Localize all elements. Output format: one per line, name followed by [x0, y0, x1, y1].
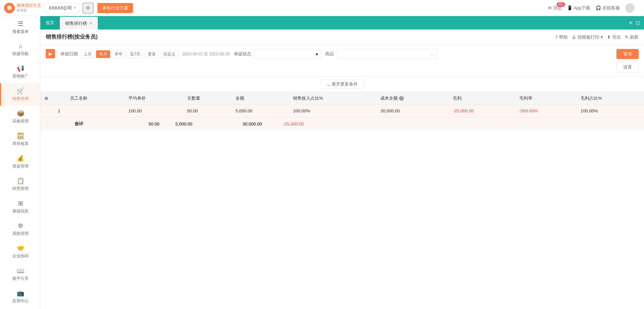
footer-cost: 30,000.00	[243, 121, 283, 126]
sidebar-label-appstore: 应用中心	[12, 298, 29, 304]
window-close-icon[interactable]: ✕	[629, 20, 633, 26]
date-btn-current-year[interactable]: 本年	[112, 50, 126, 58]
sidebar-item-ops[interactable]: 📋 经营管理	[0, 173, 40, 196]
window-expand-icon[interactable]: ⊡	[636, 20, 640, 26]
app-download-button[interactable]: 📱 App下载	[567, 5, 590, 11]
tab-bar: 首页 销售排行榜 ✕ ✕ ⊡	[40, 16, 644, 30]
page-title: 销售排行榜(按业务员)	[46, 34, 98, 41]
home-icon: ⌂	[19, 43, 23, 50]
refresh-label: 刷新	[630, 34, 639, 40]
marketing-icon: 📢	[17, 65, 24, 72]
tab-sales-rank[interactable]: 销售排行榜 ✕	[60, 17, 98, 30]
row-qty-cell: 50.00	[183, 105, 231, 117]
sidebar-label-search: 搜索菜单	[12, 29, 29, 35]
date-btn-more[interactable]: 更多	[145, 50, 159, 58]
table-row: 1 100.00 50.00 5,000.00 100.00% 30,000.0…	[40, 105, 644, 117]
sidebar-item-base[interactable]: ⊞ 基础信息	[0, 196, 40, 218]
sidebar-label-corp: 企业协同	[12, 253, 29, 259]
sidebar-item-sales[interactable]: 🛒 销售管理	[0, 83, 40, 106]
sidebar-item-finance[interactable]: 💰 资金管理	[0, 151, 40, 173]
date-filter-label: 单据日期	[60, 51, 78, 57]
sidebar-item-purchase[interactable]: 📦 采购管理	[0, 106, 40, 128]
col-cost: 成本全额?	[376, 92, 449, 105]
export-button[interactable]: ⬆ 导出	[607, 34, 621, 40]
footer-qty: 50.00	[148, 121, 175, 126]
tab-home-label: 首页	[46, 20, 54, 26]
refresh-icon: ↻	[625, 35, 629, 40]
footer-profit: -25,000.00	[283, 121, 323, 126]
col-settings[interactable]: ⚙	[40, 92, 52, 105]
tab-close-icon[interactable]: ✕	[89, 21, 92, 26]
row-sales-pct-cell: 100.00%	[289, 105, 376, 117]
sidebar-item-appstore[interactable]: 📺 应用中心	[0, 286, 40, 308]
appstore-icon: 📺	[17, 290, 24, 297]
message-button[interactable]: ✉ 消息 99+	[548, 5, 562, 11]
top-bar: 畅 畅康通好生意 标准版 XXXXX公司 ▾ ⚙ 体验行业方案 ✉ 消息 99+…	[0, 0, 644, 16]
row-rank-cell: 1	[52, 105, 66, 117]
status-filter-label: 单据状态	[234, 51, 251, 57]
avatar[interactable]	[625, 3, 635, 13]
date-btn-last-month[interactable]: 上月	[81, 50, 95, 58]
sidebar-item-search[interactable]: ☰ 搜索菜单	[0, 16, 40, 39]
settings-row-button[interactable]: 设置	[616, 62, 639, 72]
col-profit-pct: 毛利占比%	[576, 92, 644, 105]
tab-home[interactable]: 首页	[40, 16, 60, 30]
sidebar-item-marketing[interactable]: 📢 营销推广	[0, 61, 40, 83]
row-avg-price-cell: 100.00	[124, 105, 183, 117]
status-chevron-icon: ▾	[316, 52, 318, 57]
inventory-icon: 🧮	[17, 132, 24, 140]
footer-total-label: 合计	[75, 121, 83, 126]
sidebar-item-system[interactable]: ⚙ 系统管理	[0, 218, 40, 241]
company-chevron-icon: ▾	[74, 6, 76, 10]
goods-more-icon: ···	[431, 52, 434, 57]
expand-label: 展开更多条件	[332, 81, 358, 87]
sidebar-label-marketing: 营销推广	[12, 73, 29, 79]
sidebar-item-guide[interactable]: 📖 新手引导	[0, 263, 40, 286]
status-select[interactable]: ▾	[254, 49, 321, 59]
sidebar-label-finance: 资金管理	[12, 163, 29, 169]
table-header-row: ⚙ 员工名称 平均单价 主数量 全额 销售收入占比% 成本全额? 毛利 毛利率	[40, 92, 644, 105]
date-btn-group: 上月 本月 本年 近7天 更多 自定义	[81, 50, 178, 58]
sidebar-label-sales: 销售管理	[12, 96, 29, 102]
col-profit: 毛利	[449, 92, 515, 105]
footer-profit-value: -25,000.00	[283, 121, 304, 126]
col-qty: 主数量	[183, 92, 231, 105]
guide-icon: 📖	[17, 267, 24, 274]
footer-amount: 5,000.00	[175, 121, 209, 126]
page-header: 销售排行榜(按业务员) ? 帮助 🖨 按模板打印 ▾ ⬆	[40, 30, 644, 45]
query-button[interactable]: 查询	[616, 49, 639, 59]
filter-expand-arrow[interactable]: ▶	[46, 49, 55, 58]
sidebar-item-corp[interactable]: 🤝 企业协同	[0, 241, 40, 263]
page-actions: ? 帮助 🖨 按模板打印 ▾ ⬆ 导出 ↻	[555, 34, 639, 40]
refresh-button[interactable]: ↻ 刷新	[625, 34, 639, 40]
print-button[interactable]: 🖨 按模板打印 ▾	[572, 34, 603, 40]
date-btn-custom[interactable]: 自定义	[160, 50, 178, 58]
col-rank	[52, 92, 66, 105]
tab-bar-actions: ✕ ⊡	[629, 20, 644, 26]
help-button[interactable]: ? 帮助	[555, 34, 568, 40]
footer-cost-value: 30,000.00	[243, 121, 262, 126]
goods-input[interactable]: ···	[337, 49, 437, 59]
company-selector[interactable]: XXXXX公司 ▾	[44, 3, 80, 13]
sidebar-item-quicknav[interactable]: ⌂ 快捷导航	[0, 39, 40, 61]
trial-button[interactable]: 体验行业方案	[97, 3, 133, 13]
filter-left: 单据日期 上月 本月 本年 近7天 更多 自定义 2023-06-01 至 20…	[60, 49, 611, 59]
cost-info-icon[interactable]: ?	[399, 96, 404, 101]
logo-sub: 标准版	[17, 8, 41, 13]
content: 销售排行榜(按业务员) ? 帮助 🖨 按模板打印 ▾ ⬆	[40, 30, 644, 309]
print-chevron-icon: ▾	[601, 35, 603, 40]
row-profit-cell: -25,000.00	[449, 105, 515, 117]
row-profit-pct-cell: 100.00%	[576, 105, 644, 117]
sales-icon: 🛒	[17, 87, 24, 95]
expand-conditions-button[interactable]: ⌄ 展开更多条件	[321, 80, 363, 89]
export-icon: ⬆	[607, 35, 611, 40]
app-label: App下载	[574, 5, 590, 11]
row-profit-pct: 100.00%	[581, 108, 598, 113]
date-range-text: 2023-06-01 至 2023-06-30	[182, 51, 230, 57]
sidebar-item-inventory[interactable]: 🧮 库存核算	[0, 128, 40, 151]
date-btn-current-month[interactable]: 本月	[96, 50, 110, 58]
date-btn-7days[interactable]: 近7天	[127, 50, 143, 58]
online-service-button[interactable]: 🎧 在线客服	[596, 5, 620, 11]
top-settings-button[interactable]: ⚙	[83, 3, 93, 13]
service-label: 在线客服	[602, 5, 620, 11]
